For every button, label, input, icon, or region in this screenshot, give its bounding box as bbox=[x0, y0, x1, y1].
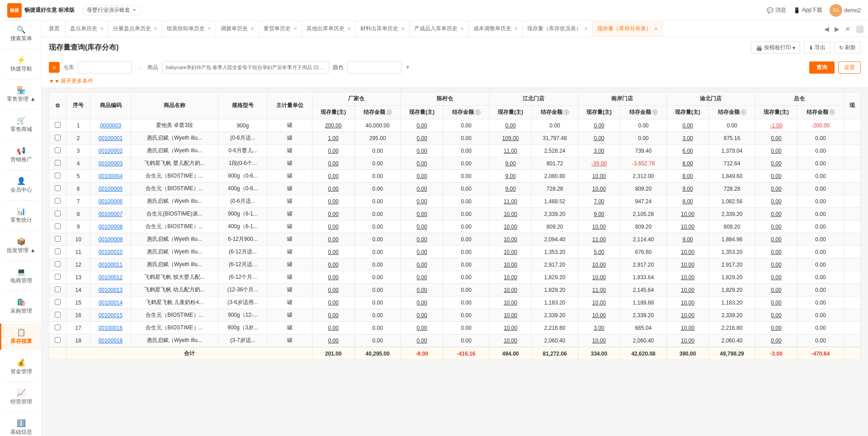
expand-more-btn[interactable]: ▼▼ 展开更多条件 bbox=[49, 76, 861, 88]
tab-cost-adjust-history[interactable]: 成本调整单历史✕ bbox=[469, 21, 523, 37]
cell-checkbox[interactable] bbox=[49, 170, 66, 183]
sidebar-item-inventory[interactable]: 📋库存核算 bbox=[0, 323, 41, 350]
row-checkbox[interactable] bbox=[55, 198, 61, 204]
app-download-btn[interactable]: 📱 App下载 bbox=[793, 6, 822, 14]
tab-expand-btn[interactable]: ⬜ bbox=[853, 25, 866, 33]
cell-product-code[interactable]: 00100003 bbox=[90, 157, 131, 170]
messages-btn[interactable]: 💬 消息 bbox=[767, 6, 786, 14]
row-checkbox[interactable] bbox=[55, 211, 61, 216]
export-btn[interactable]: ⬇ 导出 bbox=[804, 42, 830, 54]
sidebar-item-wholesale-mgmt[interactable]: 📦批发管理 ▲ bbox=[0, 233, 41, 259]
row-checkbox[interactable] bbox=[55, 147, 61, 153]
factory-amt-info-icon[interactable]: ① bbox=[386, 109, 392, 115]
tab-prev-btn[interactable]: ◀ bbox=[821, 25, 832, 33]
user-avatar-area[interactable]: Ea demo2 bbox=[830, 4, 861, 17]
cell-checkbox[interactable] bbox=[49, 157, 66, 170]
tab-home[interactable]: 首页 bbox=[43, 21, 66, 37]
color-input[interactable] bbox=[347, 61, 401, 74]
cell-product-code[interactable]: 00100015 bbox=[90, 309, 131, 322]
cell-checkbox[interactable] bbox=[49, 208, 66, 220]
account-dropdown[interactable]: 母婴行业演示账套 ▼ bbox=[83, 5, 141, 15]
cell-checkbox[interactable] bbox=[49, 334, 66, 347]
row-checkbox[interactable] bbox=[55, 286, 61, 292]
sidebar-item-search[interactable]: 🔍搜索英单 bbox=[0, 21, 41, 47]
tab-close-requisition-history[interactable]: ✕ bbox=[293, 26, 297, 31]
cell-checkbox[interactable] bbox=[49, 246, 66, 258]
sidebar-item-operations-mgmt[interactable]: 📈经营管理 bbox=[0, 384, 41, 410]
row-checkbox[interactable] bbox=[55, 261, 61, 267]
tab-close-material-out-history[interactable]: ✕ bbox=[401, 26, 405, 31]
chenshi-amt-info-icon[interactable]: ① bbox=[475, 109, 481, 115]
sidebar-item-retail-mgmt[interactable]: 🏪零售管理 ▲ bbox=[0, 81, 41, 108]
sidebar-item-nav[interactable]: ⚡快捷导航 bbox=[0, 51, 41, 77]
cell-checkbox[interactable] bbox=[49, 132, 66, 145]
row-checkbox[interactable] bbox=[55, 299, 61, 305]
cell-product-code[interactable]: 00100011 bbox=[90, 258, 131, 271]
tab-close-stocktake-history[interactable]: ✕ bbox=[100, 26, 104, 31]
cell-product-code[interactable]: 00100016 bbox=[90, 322, 131, 334]
tab-next-btn[interactable]: ▶ bbox=[832, 25, 842, 33]
tab-other-out-history[interactable]: 其他出库单历史✕ bbox=[302, 21, 356, 37]
th-settings[interactable]: ⚙ bbox=[49, 92, 66, 119]
tab-stock-dist[interactable]: 现存量（库存分布表）✕ bbox=[593, 21, 663, 37]
sidebar-item-finance-mgmt[interactable]: 💰资金管理 bbox=[0, 354, 41, 380]
cell-product-code[interactable]: 00100009 bbox=[90, 233, 131, 246]
tab-stock-status[interactable]: 现存量（库存状况表）✕ bbox=[523, 21, 593, 37]
cell-checkbox[interactable] bbox=[49, 271, 66, 284]
nanan-amt-info-icon[interactable]: ① bbox=[652, 109, 658, 115]
row-checkbox[interactable] bbox=[55, 274, 61, 280]
cell-checkbox[interactable] bbox=[49, 258, 66, 271]
cell-checkbox[interactable] bbox=[49, 195, 66, 208]
filter-toggle-btn[interactable]: » bbox=[49, 62, 60, 73]
cell-product-code[interactable]: 00100004 bbox=[90, 170, 131, 183]
tab-close-stock-status[interactable]: ✕ bbox=[584, 26, 588, 31]
warehouse-input[interactable] bbox=[78, 61, 132, 74]
cell-product-code[interactable]: 00100014 bbox=[90, 296, 131, 309]
sidebar-item-marketing[interactable]: 📢营销推广 bbox=[0, 142, 41, 168]
cell-checkbox[interactable] bbox=[49, 220, 66, 233]
tab-production-in-history[interactable]: 产成品入库单历史✕ bbox=[410, 21, 469, 37]
sidebar-item-retail-stats[interactable]: 📊零售统计 bbox=[0, 202, 41, 229]
row-checkbox[interactable] bbox=[55, 173, 61, 178]
cell-checkbox[interactable] bbox=[49, 145, 66, 157]
tab-close-all-btn[interactable]: ✕ bbox=[842, 25, 853, 33]
total-amt-info-icon[interactable]: ① bbox=[829, 109, 835, 115]
product-tag[interactable]: babycare孕妇待产包 春季入院全套母子组合孕妇产后冬季月子用品 22件套 … bbox=[162, 61, 329, 74]
tab-close-cost-adjust-history[interactable]: ✕ bbox=[514, 26, 518, 31]
row-checkbox[interactable] bbox=[55, 160, 61, 166]
sidebar-item-retail-mall[interactable]: 🛒零售商城 bbox=[0, 112, 41, 138]
table-wrap[interactable]: ⚙ 序号 商品编码 商品名称 规格型号 主计量单位 厂家仓 陈村仓 江北门店 南… bbox=[42, 88, 868, 436]
tab-close-assemble-history[interactable]: ✕ bbox=[208, 26, 211, 31]
tab-close-other-out-history[interactable]: ✕ bbox=[347, 26, 351, 31]
tab-transfer-history[interactable]: 调拨单历史✕ bbox=[216, 21, 259, 37]
cell-checkbox[interactable] bbox=[49, 183, 66, 195]
sidebar-item-member-center[interactable]: 👤会员中心 bbox=[0, 172, 41, 198]
print-btn[interactable]: 🖨️ 按模板打印 ▾ bbox=[751, 42, 800, 54]
cell-product-code[interactable]: 00100012 bbox=[90, 271, 131, 284]
cell-product-code[interactable]: 00100005 bbox=[90, 183, 131, 195]
cell-checkbox[interactable] bbox=[49, 233, 66, 246]
row-checkbox[interactable] bbox=[55, 248, 61, 254]
setting-btn[interactable]: 设置 bbox=[838, 61, 861, 74]
row-checkbox[interactable] bbox=[55, 185, 61, 191]
row-checkbox[interactable] bbox=[55, 135, 61, 141]
cell-product-code[interactable]: 00100010 bbox=[90, 246, 131, 258]
tab-stocktake-history[interactable]: 盘点单历史✕ bbox=[66, 21, 108, 37]
cell-product-code[interactable]: 00100008 bbox=[90, 220, 131, 233]
jiangbei-amt-info-icon[interactable]: ① bbox=[563, 109, 569, 115]
tab-close-sub-stocktake-history[interactable]: ✕ bbox=[154, 26, 157, 31]
row-checkbox[interactable] bbox=[55, 236, 61, 242]
tab-requisition-history[interactable]: 要货单历史✕ bbox=[259, 21, 302, 37]
cell-checkbox[interactable] bbox=[49, 322, 66, 334]
query-btn[interactable]: 查询 bbox=[809, 61, 835, 74]
cell-product-code[interactable]: 00100007 bbox=[90, 208, 131, 220]
cell-checkbox[interactable] bbox=[49, 309, 66, 322]
cell-checkbox[interactable] bbox=[49, 119, 66, 132]
tab-sub-stocktake-history[interactable]: 分量盘点单历史✕ bbox=[108, 21, 162, 37]
sidebar-item-ecommerce-mgmt[interactable]: 💻电商管理 bbox=[0, 263, 41, 289]
cell-checkbox[interactable] bbox=[49, 284, 66, 296]
row-checkbox[interactable] bbox=[55, 337, 61, 343]
tab-close-production-in-history[interactable]: ✕ bbox=[460, 26, 464, 31]
yubei-amt-info-icon[interactable]: ① bbox=[741, 109, 746, 115]
row-checkbox[interactable] bbox=[55, 122, 61, 128]
